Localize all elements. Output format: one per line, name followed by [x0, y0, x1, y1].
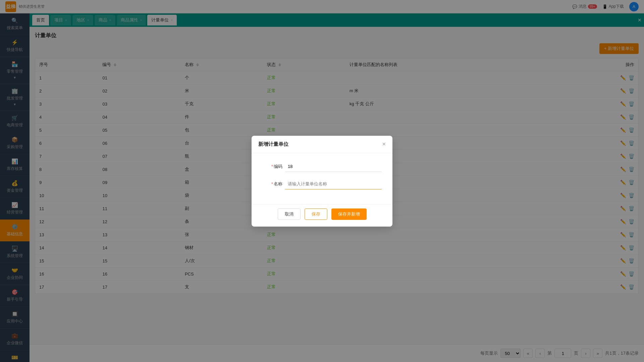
- form-name-item: *名称: [262, 179, 382, 189]
- form-code-item: *编码: [262, 161, 382, 172]
- modal-body: *编码 *名称: [252, 153, 392, 204]
- modal-footer: 取消 保存 保存并新增: [252, 204, 392, 227]
- form-name-label: *名称: [262, 181, 282, 187]
- cancel-button[interactable]: 取消: [278, 208, 301, 220]
- add-unit-modal: 新增计量单位 × *编码 *名称 取消 保存 保存并新增: [252, 136, 392, 227]
- save-and-new-button[interactable]: 保存并新增: [331, 208, 367, 220]
- modal-close-button[interactable]: ×: [382, 141, 386, 147]
- modal-title: 新增计量单位: [258, 141, 288, 147]
- modal-overlay: 新增计量单位 × *编码 *名称 取消 保存 保存并新增: [0, 0, 644, 362]
- code-input[interactable]: [285, 161, 382, 172]
- modal-header: 新增计量单位 ×: [252, 136, 392, 153]
- form-code-label: *编码: [262, 164, 282, 170]
- name-input[interactable]: [285, 179, 382, 189]
- save-button[interactable]: 保存: [305, 208, 327, 220]
